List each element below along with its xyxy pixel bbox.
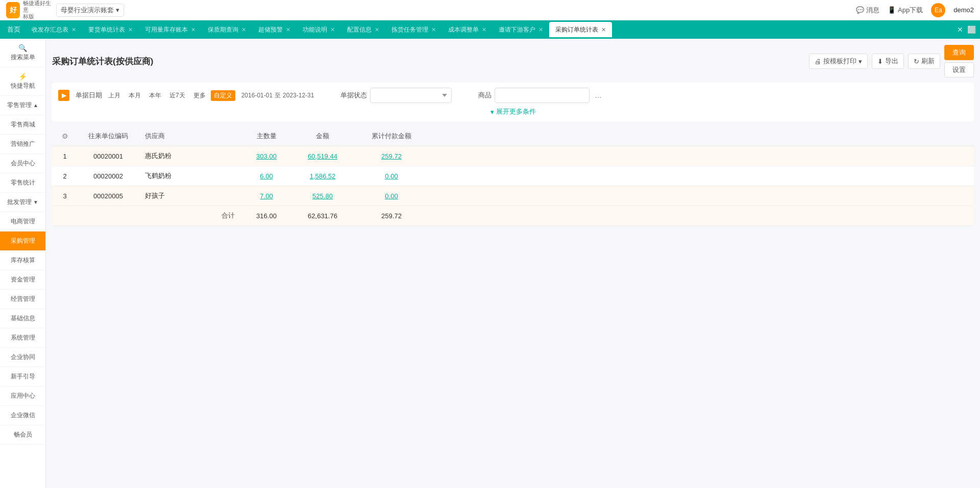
tab-close-icon[interactable]: ✕ xyxy=(191,27,195,33)
query-button[interactable]: 查询 xyxy=(944,45,974,60)
table-row: 3 00020005 好孩子 7.00 525.80 0.00 xyxy=(52,186,974,206)
tab-close-icon[interactable]: ✕ xyxy=(482,27,486,33)
sidebar-item-retail-stats[interactable]: 零售统计 xyxy=(0,173,45,193)
workspace-selector[interactable]: 母婴行业演示账套 ▾ xyxy=(56,4,124,17)
date-btn-thisyear[interactable]: 本年 xyxy=(146,90,164,101)
chevron-up-icon: ▲ xyxy=(33,102,38,108)
tab-close-icon[interactable]: ✕ xyxy=(241,27,246,33)
tab-close-all-icon[interactable]: ✕ xyxy=(957,25,963,34)
goods-filter-item: 商品 ... xyxy=(478,88,601,103)
sidebar-item-newguide[interactable]: 新手引导 xyxy=(0,367,45,387)
status-label: 单据状态 xyxy=(340,91,367,100)
row-qty: 303.00 xyxy=(241,146,292,166)
sidebar-item-appcenter[interactable]: 应用中心 xyxy=(0,387,45,406)
tab-yaohuodanguizong[interactable]: 要货单统计表 ✕ xyxy=(82,22,139,37)
tab-bar-controls: ✕ ⬜ xyxy=(957,25,978,34)
refresh-icon: ↻ xyxy=(914,58,919,65)
filter-bar: ▶ 单据日期 上月 本月 本年 近7天 更多 自定义 2016-0 xyxy=(52,83,974,121)
expand-conditions-button[interactable]: ▾ 展开更多条件 xyxy=(491,107,536,116)
tab-close-icon[interactable]: ✕ xyxy=(330,27,335,33)
tab-chengbentiaozhen[interactable]: 成本调整单 ✕ xyxy=(442,22,493,37)
sidebar-item-member[interactable]: 会员中心 xyxy=(0,154,45,173)
date-btn-more[interactable]: 更多 xyxy=(190,90,209,101)
more-filters-icon[interactable]: ... xyxy=(595,91,601,100)
table-footer-row: 合计 316.00 62,631.76 259.72 xyxy=(52,206,974,226)
tab-caigoudingdan[interactable]: 采购订单统计表 ✕ xyxy=(549,22,612,37)
th-supplier: 供应商 xyxy=(139,126,241,146)
sidebar-item-corpwechat[interactable]: 企业微信 xyxy=(0,406,45,425)
chevron-down-icon: ▾ xyxy=(116,6,119,14)
refresh-button[interactable]: ↻ 刷新 xyxy=(908,54,940,69)
table-body: 1 00020001 惠氏奶粉 303.00 60,519.44 259.72 … xyxy=(52,146,974,206)
settings-button[interactable]: 设置 xyxy=(944,62,974,78)
date-btn-7days[interactable]: 近7天 xyxy=(166,90,188,101)
row-index: 1 xyxy=(52,146,78,166)
row-supplier: 惠氏奶粉 xyxy=(139,146,241,166)
tab-close-icon[interactable]: ✕ xyxy=(71,27,76,33)
sidebar-item-operations[interactable]: 经营管理 xyxy=(0,290,45,309)
row-code: 00020001 xyxy=(78,146,139,166)
sidebar-item-purchase[interactable]: 采购管理 xyxy=(0,232,45,251)
sidebar-item-system[interactable]: 系统管理 xyxy=(0,328,45,348)
date-btn-thismonth[interactable]: 本月 xyxy=(126,90,144,101)
sidebar-item-basic[interactable]: 基础信息 xyxy=(0,309,45,328)
tab-home[interactable]: 首页 xyxy=(2,25,26,34)
date-btn-custom[interactable]: 自定义 xyxy=(211,90,235,101)
sidebar-item-search[interactable]: 🔍 搜索菜单 xyxy=(0,39,45,67)
logo-area: 好 畅捷通好生意 标版 xyxy=(6,0,52,20)
row-index: 2 xyxy=(52,166,78,186)
sidebar-item-inventory[interactable]: 库存核算 xyxy=(0,251,45,270)
tab-yaoqingxiayouke[interactable]: 邀请下游客户 ✕ xyxy=(493,22,549,37)
footer-label: 合计 xyxy=(139,206,241,226)
top-bar: 好 畅捷通好生意 标版 母婴行业演示账套 ▾ 💬 消息 📱 App下载 Ea d… xyxy=(0,0,980,20)
tab-close-icon[interactable]: ✕ xyxy=(375,27,379,33)
footer-amount: 62,631.76 xyxy=(292,206,353,226)
username-label: demo2 xyxy=(953,6,974,14)
sidebar-item-ecommerce[interactable]: 电商管理 xyxy=(0,212,45,232)
goods-input[interactable] xyxy=(495,88,590,103)
sidebar-item-enterprise[interactable]: 企业协同 xyxy=(0,348,45,367)
date-btn-lastmonth[interactable]: 上月 xyxy=(105,90,124,101)
sidebar-item-finance[interactable]: 资金管理 xyxy=(0,270,45,290)
tab-close-icon[interactable]: ✕ xyxy=(431,27,436,33)
sidebar-item-wholesale[interactable]: 批发管理 ▼ xyxy=(0,193,45,212)
row-paid: 0.00 xyxy=(353,186,430,206)
filter-toggle-button[interactable]: ▶ xyxy=(58,90,69,101)
sidebar-item-marketing[interactable]: 营销推广 xyxy=(0,135,45,154)
th-settings[interactable]: ⚙ xyxy=(52,126,78,146)
tab-close-icon[interactable]: ✕ xyxy=(286,27,290,33)
main-layout: 🔍 搜索菜单 ⚡ 快捷导航 零售管理 ▲ 零售商城 营销推广 会员中心 零售统计… xyxy=(0,39,980,488)
row-code: 00020005 xyxy=(78,186,139,206)
sidebar-item-vip[interactable]: 畅会员 xyxy=(0,425,45,445)
content-area: 采购订单统计表(按供应商) 🖨 按模板打印 ▾ ⬇ 导出 ↻ 刷新 xyxy=(46,39,980,488)
tab-chaochuyujing[interactable]: 超储预警 ✕ xyxy=(252,22,297,37)
tab-peizhixinxi[interactable]: 配置信息 ✕ xyxy=(341,22,385,37)
tab-close-icon[interactable]: ✕ xyxy=(601,27,606,33)
app-download-button[interactable]: 📱 App下载 xyxy=(888,6,923,15)
tab-close-icon[interactable]: ✕ xyxy=(128,27,133,33)
print-button[interactable]: 🖨 按模板打印 ▾ xyxy=(809,54,868,69)
logo-icon: 好 xyxy=(6,2,20,18)
sidebar-item-retail-shop[interactable]: 零售商城 xyxy=(0,115,45,135)
footer-paid: 259.72 xyxy=(353,206,430,226)
row-index: 3 xyxy=(52,186,78,206)
date-range-display: 2016-01-01 至 2023-12-31 xyxy=(241,91,314,100)
sidebar-item-quicknav[interactable]: ⚡ 快捷导航 xyxy=(0,67,45,96)
page-actions: 🖨 按模板打印 ▾ ⬇ 导出 ↻ 刷新 查询 设置 xyxy=(809,45,974,78)
tab-close-icon[interactable]: ✕ xyxy=(538,27,543,33)
status-select[interactable] xyxy=(370,88,452,103)
table-container: ⚙ 往来单位编码 供应商 主数量 金额 累计付款金额 1 xyxy=(52,126,974,226)
avatar[interactable]: Ea xyxy=(931,3,945,17)
tab-chuohuorenwu[interactable]: 拣货任务管理 ✕ xyxy=(385,22,442,37)
sidebar-item-retail[interactable]: 零售管理 ▲ xyxy=(0,96,45,115)
tab-shoufaqhuizong[interactable]: 收发存汇总表 ✕ xyxy=(26,22,82,37)
tab-maximize-icon[interactable]: ⬜ xyxy=(967,25,976,34)
tab-keyongliang[interactable]: 可用量库存账本 ✕ xyxy=(139,22,202,37)
tab-gongnengshuo[interactable]: 功能说明 ✕ xyxy=(297,22,341,37)
tab-baobaoqi[interactable]: 保质期查询 ✕ xyxy=(202,22,252,37)
message-button[interactable]: 💬 消息 xyxy=(856,6,879,15)
export-button[interactable]: ⬇ 导出 xyxy=(872,54,904,69)
tab-bar: 首页 收发存汇总表 ✕ 要货单统计表 ✕ 可用量库存账本 ✕ 保质期查询 ✕ 超… xyxy=(0,20,980,39)
gear-icon[interactable]: ⚙ xyxy=(62,132,68,140)
export-icon: ⬇ xyxy=(877,58,883,65)
